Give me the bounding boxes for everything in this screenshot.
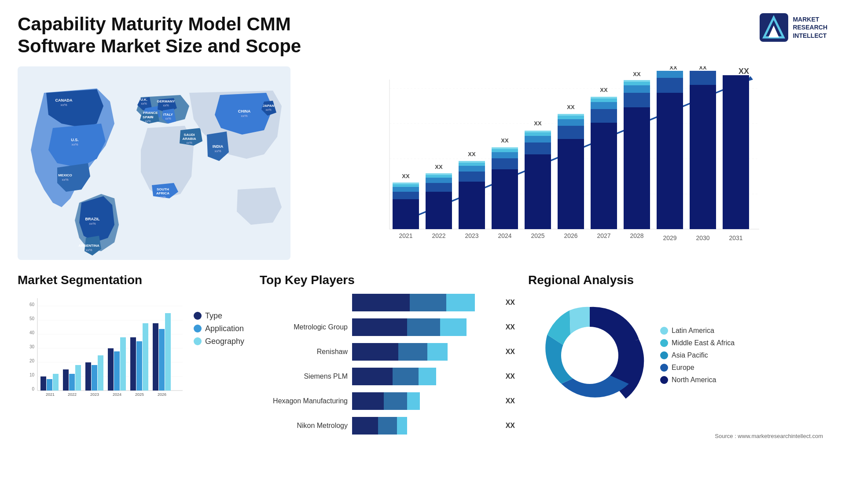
svg-rect-154 [591,102,617,109]
player-value-2: XX [506,348,515,356]
seg-legend: TypeApplicationGeography [194,294,244,350]
svg-rect-198 [63,369,69,391]
svg-rect-140 [525,136,551,142]
svg-text:2026: 2026 [158,392,166,397]
donut-chart-svg [528,294,651,417]
seg-legend-item: Geography [194,337,244,346]
svg-rect-152 [591,123,617,229]
svg-text:AFRICA: AFRICA [156,191,169,195]
legend-label-asia-pacific: Asia Pacific [672,351,708,359]
svg-text:2031: 2031 [729,234,742,241]
legend-north-america: North America [660,376,735,384]
player-name-1: Metrologic Group [260,323,348,331]
svg-rect-118 [426,183,452,192]
svg-text:XX: XX [600,87,608,93]
player-row-2: Renishaw XX [260,343,515,361]
svg-text:xx%: xx% [241,114,247,118]
svg-rect-215 [159,329,165,391]
players-bars: XX Metrologic Group XX Renishaw [260,294,515,435]
svg-text:JAPAN: JAPAN [263,104,275,108]
seg-legend-item: Application [194,324,244,333]
svg-text:2030: 2030 [696,234,709,241]
svg-rect-117 [426,192,452,229]
bar-chart-main-svg: XX 2021 XX 2022 XX 2023 [304,66,827,260]
svg-text:FRANCE: FRANCE [143,111,158,115]
legend-mea: Middle East & Africa [660,339,735,347]
svg-text:2026: 2026 [564,232,577,239]
player-name-5: Nikon Metrology [260,422,348,430]
svg-text:60: 60 [29,302,35,307]
svg-rect-155 [591,99,617,102]
svg-text:CANADA: CANADA [55,98,73,102]
player-value-0: XX [506,299,515,307]
svg-rect-171 [690,85,716,229]
svg-text:xx%: xx% [145,120,151,123]
regional-title: Regional Analysis [528,273,827,287]
svg-text:2024: 2024 [113,392,121,397]
player-row-3: Siemens PLM XX [260,368,515,385]
svg-text:XX: XX [534,120,542,127]
player-row-0: XX [260,294,515,311]
svg-rect-166 [657,93,683,229]
svg-rect-204 [98,355,103,391]
svg-text:U.K.: U.K. [140,98,147,102]
svg-rect-114 [393,183,419,184]
svg-rect-119 [426,178,452,183]
svg-text:2021: 2021 [46,392,55,397]
legend-dot-mea [660,339,668,347]
svg-text:2027: 2027 [597,232,610,239]
svg-rect-208 [120,337,126,391]
svg-rect-159 [624,107,650,229]
svg-text:INDIA: INDIA [213,144,224,149]
top-section: CANADA xx% U.S. xx% MEXICO xx% BRAZIL xx… [18,66,827,260]
svg-text:MEXICO: MEXICO [58,173,72,177]
legend-dot-latin-america [660,327,668,335]
svg-rect-163 [624,80,650,82]
svg-text:2023: 2023 [465,232,478,239]
svg-rect-200 [75,365,81,391]
svg-text:10: 10 [29,373,35,377]
svg-text:xx%: xx% [60,103,67,107]
seg-legend-item: Type [194,311,244,321]
svg-rect-153 [591,109,617,123]
svg-text:2028: 2028 [630,232,643,239]
world-map-svg: CANADA xx% U.S. xx% MEXICO xx% BRAZIL xx… [18,66,290,260]
svg-text:0: 0 [32,387,34,391]
players-title: Top Key Players [260,273,515,287]
svg-rect-124 [459,182,485,229]
svg-rect-207 [114,351,120,391]
svg-text:2021: 2021 [399,232,412,239]
svg-rect-212 [143,323,148,391]
svg-text:XX: XX [402,173,410,179]
svg-rect-196 [53,374,59,391]
svg-rect-199 [69,374,75,391]
svg-text:2022: 2022 [68,392,77,397]
logo-icon [760,13,788,42]
svg-text:xx%: xx% [62,178,68,182]
svg-rect-162 [624,82,650,85]
svg-rect-156 [591,97,617,99]
svg-rect-172 [690,71,716,85]
player-value-4: XX [506,397,515,405]
regional-bottom: Latin America Middle East & Africa Asia … [528,294,827,417]
regional-legend: Latin America Middle East & Africa Asia … [660,327,735,384]
svg-rect-133 [492,152,518,158]
legend-europe: Europe [660,364,735,372]
player-row-5: Nikon Metrology XX [260,417,515,435]
legend-dot-north-america [660,376,668,384]
svg-rect-145 [558,139,584,229]
svg-text:U.S.: U.S. [71,138,79,142]
player-name-4: Hexagon Manufacturing [260,397,348,405]
svg-rect-141 [525,132,551,136]
svg-text:2025: 2025 [531,232,544,239]
player-value-3: XX [506,373,515,380]
svg-rect-149 [558,114,584,116]
svg-rect-214 [153,323,158,391]
regional-container: Regional Analysis [528,273,827,442]
svg-text:xx%: xx% [160,196,165,199]
svg-text:BRAZIL: BRAZIL [85,217,100,221]
seg-chart-svg: 0 10 20 30 40 50 60 [18,294,185,413]
svg-rect-206 [108,348,114,391]
legend-dot [194,312,202,320]
svg-rect-134 [492,149,518,152]
